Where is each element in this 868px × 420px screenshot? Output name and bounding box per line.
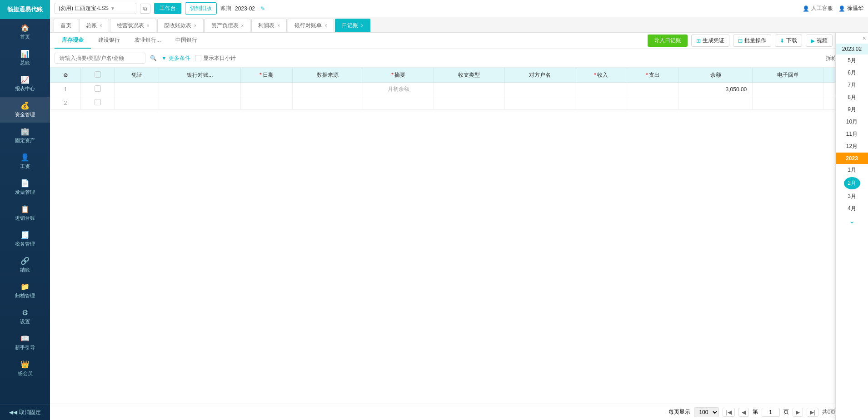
tab-business-status-close[interactable]: × <box>147 23 150 28</box>
sidebar-item-salary[interactable]: 👤 工资 <box>0 148 50 174</box>
more-conditions-button[interactable]: ▼ 更多条件 <box>161 54 190 62</box>
tab-balance-sheet-close[interactable]: × <box>241 23 244 28</box>
sidebar-item-assets[interactable]: 🏢 固定资产 <box>0 123 50 148</box>
sidebar-item-settings[interactable]: ⚙ 设置 <box>0 304 50 330</box>
calendar-month-10[interactable]: 10月 <box>836 116 868 128</box>
main-area: (勿用) 江西超宝-LSS ▼ ⧉ 工作台 切到旧版 账期 2023-02 ✎ … <box>50 0 868 420</box>
tab-balance-sheet[interactable]: 资产负债表 × <box>205 19 251 32</box>
company-selector[interactable]: (勿用) 江西超宝-LSS ▼ <box>55 3 136 14</box>
page-input[interactable]: 1 <box>762 408 780 417</box>
calendar-month-5[interactable]: 5月 <box>836 54 868 67</box>
sidebar-item-purchase-sales[interactable]: 📋 进销台账 <box>0 200 50 226</box>
sidebar-item-guide[interactable]: 📖 新手引导 <box>0 330 50 356</box>
batch-ops-icon: ⊡ <box>738 38 743 44</box>
workbench-button[interactable]: 工作台 <box>154 3 181 14</box>
col-checkbox[interactable] <box>81 68 115 83</box>
calendar-month-8[interactable]: 8月 <box>836 91 868 104</box>
show-subtotal-checkbox[interactable] <box>195 55 201 61</box>
period-value: 2023-02 <box>235 5 255 12</box>
old-version-button[interactable]: 切到旧版 <box>185 2 217 15</box>
table-row: 1 月初余额 3,050.00 <box>50 83 868 96</box>
page-size-select[interactable]: 100 50 200 <box>694 407 719 417</box>
tab-receivables[interactable]: 应收账款表 × <box>157 19 204 32</box>
tab-bank-statement-close[interactable]: × <box>324 23 327 28</box>
tab-business-status[interactable]: 经营状况表 × <box>110 19 156 32</box>
row1-checkbox[interactable] <box>81 83 115 96</box>
calendar-month-12[interactable]: 12月 <box>836 140 868 153</box>
first-page-button[interactable]: |◀ <box>723 408 734 417</box>
tab-bank-statement[interactable]: 银行对账单 × <box>288 19 334 32</box>
sidebar-label-archive: 归档管理 <box>15 292 35 299</box>
calendar-panel: × 2023.02 5月 6月 7月 8月 9月 10月 11月 12月 202… <box>835 33 868 420</box>
sub-tab-boc[interactable]: 中国银行 <box>168 33 205 49</box>
calendar-close-button[interactable]: × <box>863 35 866 42</box>
generate-voucher-icon: ⊞ <box>696 38 701 44</box>
customer-service-button[interactable]: 👤 人工客服 <box>803 5 833 12</box>
tab-receivables-close[interactable]: × <box>194 23 197 28</box>
video-button[interactable]: ▶ 视频 <box>806 35 833 47</box>
copy-button[interactable]: ⧉ <box>140 4 150 14</box>
tab-journal[interactable]: 日记账 × <box>335 19 370 32</box>
calendar-month-11[interactable]: 11月 <box>836 128 868 140</box>
sub-tab-ccb[interactable]: 建设银行 <box>91 33 127 49</box>
sidebar-item-closing[interactable]: 🔗 结账 <box>0 252 50 278</box>
sidebar-item-vip[interactable]: 👑 畅会员 <box>0 356 50 381</box>
user-menu[interactable]: 👤 徐温华 <box>838 5 863 12</box>
search-icon[interactable]: 🔍 <box>150 55 157 61</box>
row1-date <box>240 83 292 96</box>
page-unit: 页 <box>783 408 789 416</box>
sidebar-item-archive[interactable]: 📁 归档管理 <box>0 278 50 304</box>
tab-home[interactable]: 首页 <box>54 19 78 32</box>
unpin-button[interactable]: ◀◀ 取消固定 <box>0 405 50 420</box>
col-settings[interactable]: ⚙ <box>50 68 81 83</box>
download-button[interactable]: ⬇ 下载 <box>775 35 802 47</box>
tab-journal-close[interactable]: × <box>361 23 364 28</box>
sidebar-item-home[interactable]: 🏠 首页 <box>0 19 50 45</box>
calendar-month-1[interactable]: 1月 <box>836 164 868 176</box>
search-input[interactable] <box>55 53 145 64</box>
next-page-button[interactable]: ▶ <box>793 408 803 417</box>
tab-ledger-close[interactable]: × <box>100 23 102 28</box>
sub-tab-abc-label: 农业银行... <box>135 37 161 43</box>
period-edit-icon[interactable]: ✎ <box>260 5 265 12</box>
table-settings-icon[interactable]: ⚙ <box>63 72 68 79</box>
sidebar-label-tax: 税务管理 <box>15 241 35 247</box>
tab-profit-close[interactable]: × <box>277 23 280 28</box>
last-page-button[interactable]: ▶| <box>807 408 818 417</box>
filterbar: 🔍 ▼ 更多条件 显示本日小计 拆称: 人民币 <box>50 49 868 68</box>
generate-voucher-button[interactable]: ⊞ 生成凭证 <box>691 35 729 47</box>
sidebar-item-tax[interactable]: 🧾 税务管理 <box>0 226 50 252</box>
sub-tab-cash[interactable]: 库存现金 <box>55 33 91 49</box>
tab-profit[interactable]: 利润表 × <box>251 19 287 32</box>
calendar-month-9[interactable]: 9月 <box>836 104 868 116</box>
calendar-month-4[interactable]: 4月 <box>836 203 868 215</box>
calendar-down-arrow[interactable]: ⌄ <box>836 215 868 227</box>
sub-tab-abc[interactable]: 农业银行... <box>127 33 168 49</box>
import-journal-button[interactable]: 导入日记账 <box>648 35 688 47</box>
avatar-icon: 👤 <box>838 5 845 12</box>
calendar-month-2-active[interactable]: 2月 <box>844 177 860 189</box>
col-counterpart: 对方户名 <box>504 68 575 83</box>
sidebar-item-reports[interactable]: 📈 报表中心 <box>0 71 50 97</box>
row2-checkbox[interactable] <box>81 96 115 110</box>
calendar-month-7[interactable]: 7月 <box>836 79 868 91</box>
select-all-checkbox[interactable] <box>95 71 101 78</box>
ledger-icon: 📊 <box>20 49 30 58</box>
sidebar-item-funds[interactable]: 💰 资金管理 <box>0 97 50 123</box>
calendar-month-6[interactable]: 6月 <box>836 67 868 79</box>
guide-icon: 📖 <box>20 334 30 343</box>
col-e-receipt: 电子回单 <box>753 68 823 83</box>
sidebar-label-ledger: 总账 <box>20 59 30 66</box>
show-subtotal-label[interactable]: 显示本日小计 <box>195 54 236 62</box>
calendar-month-3[interactable]: 3月 <box>836 190 868 203</box>
sidebar-item-ledger[interactable]: 📊 总账 <box>0 45 50 71</box>
pagination: 每页显示 100 50 200 |◀ ◀ 第 1 页 ▶ ▶| 共0页，0条记录 <box>50 404 868 420</box>
sidebar-label-invoice: 发票管理 <box>15 189 35 196</box>
tab-ledger[interactable]: 总账 × <box>79 19 109 32</box>
reports-icon: 📈 <box>20 75 30 84</box>
sidebar-item-invoice[interactable]: 📄 发票管理 <box>0 174 50 200</box>
prev-page-button[interactable]: ◀ <box>738 408 749 417</box>
period-label: 账期 <box>220 5 231 12</box>
batch-ops-button[interactable]: ⊡ 批量操作 <box>733 35 771 47</box>
journal-table-wrap: ⚙ 凭证 银行对账... 日期 数据来源 摘要 收支类型 对方户名 收入 支出 … <box>50 68 868 404</box>
